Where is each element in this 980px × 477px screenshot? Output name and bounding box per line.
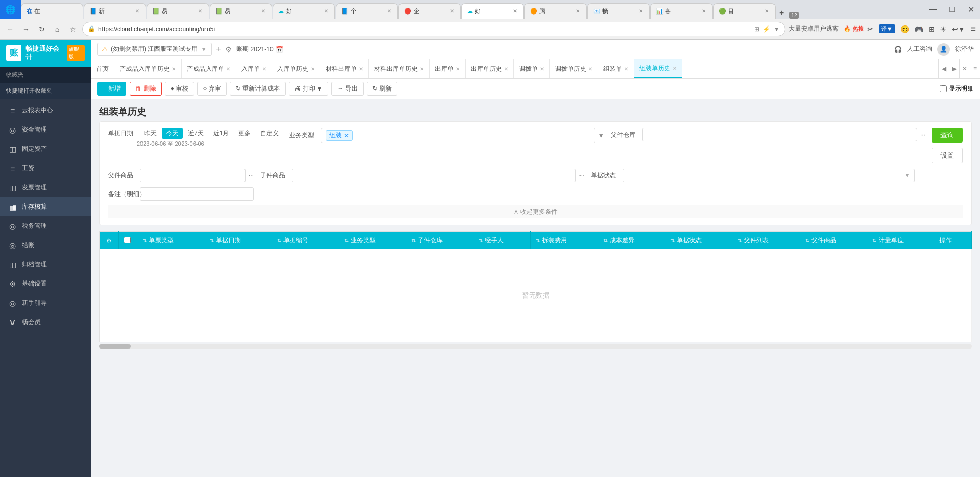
child-goods-more[interactable]: ··· xyxy=(579,172,584,179)
username[interactable]: 徐泽华 xyxy=(955,45,974,54)
tab-11[interactable]: 🟢 目 ✕ xyxy=(713,3,776,19)
col-unit[interactable]: ⇅计量单位 xyxy=(867,232,934,250)
tab-close-3[interactable]: ✕ xyxy=(260,8,266,15)
parent-warehouse-input[interactable] xyxy=(642,128,917,141)
audit-button[interactable]: ● 审核 xyxy=(165,82,195,96)
business-type-input[interactable]: 组装 ✕ xyxy=(321,128,595,143)
new-tab-button[interactable]: + xyxy=(776,7,787,19)
grid-icon2[interactable]: ⊞ xyxy=(929,25,935,33)
sun-icon[interactable]: ☀ xyxy=(940,25,947,33)
scrollbar-track[interactable] xyxy=(99,344,972,349)
show-detail-checkbox[interactable] xyxy=(940,85,947,92)
tab-close-adjust[interactable]: ✕ xyxy=(540,66,544,72)
user-service-label[interactable]: 人工咨询 xyxy=(907,45,932,54)
minimize-button[interactable]: — xyxy=(924,0,943,19)
home-button[interactable]: ⌂ xyxy=(51,23,63,35)
col-type[interactable]: ⇅单票类型 xyxy=(137,232,204,250)
status-input[interactable]: ▼ xyxy=(623,169,915,182)
col-child-warehouse[interactable]: ⇅子件仓库 xyxy=(406,232,473,250)
horizontal-scrollbar[interactable] xyxy=(99,344,972,351)
tab-8[interactable]: 🟠 腾 ✕ xyxy=(524,3,587,19)
add-button[interactable]: + 新增 xyxy=(97,82,126,96)
date-option-more[interactable]: 更多 xyxy=(234,128,255,139)
lightning-icon[interactable]: ⚡ xyxy=(763,25,770,33)
company-selector[interactable]: ⚠ (勿删勿禁用) 江西服宝测试专用 ▼ xyxy=(97,43,212,56)
tab-close-10[interactable]: ✕ xyxy=(701,8,707,15)
sidebar-item-settings[interactable]: ⚙ 基础设置 xyxy=(0,274,91,293)
tab-close-5[interactable]: ✕ xyxy=(386,8,392,15)
tab-close-mat-out[interactable]: ✕ xyxy=(359,66,363,72)
parent-goods-more[interactable]: ··· xyxy=(249,172,254,179)
print-button[interactable]: 🖨 打印 ▼ xyxy=(289,82,328,96)
tab-4[interactable]: ☁ 好 ✕ xyxy=(273,3,335,19)
business-type-dropdown[interactable]: ▼ xyxy=(598,132,604,139)
child-goods-input[interactable] xyxy=(292,169,576,182)
tab-out-history[interactable]: 出库单历史 ✕ xyxy=(466,59,514,78)
tab-zaizai[interactable]: 在 在 xyxy=(21,3,83,19)
date-option-1month[interactable]: 近1月 xyxy=(209,128,234,139)
sidebar-item-cloud-report[interactable]: ≡ 云报表中心 xyxy=(0,101,91,120)
note-input[interactable] xyxy=(140,187,254,201)
tab-close-in-hist[interactable]: ✕ xyxy=(311,66,315,72)
tab-close-6[interactable]: ✕ xyxy=(449,8,455,15)
col-status[interactable]: ⇅单据状态 xyxy=(665,232,732,250)
abandon-button[interactable]: ○ 弃审 xyxy=(197,82,227,96)
set-button[interactable]: 设置 xyxy=(932,148,963,163)
tab-production-in-history[interactable]: 产成品入库单历史 ✕ xyxy=(114,59,182,78)
query-button[interactable]: 查询 xyxy=(932,128,963,143)
back-button[interactable]: ← xyxy=(4,23,17,35)
export-button[interactable]: → 导出 xyxy=(331,82,363,96)
collapse-button[interactable]: ∧ 收起更多条件 xyxy=(108,205,963,218)
undo-icon[interactable]: ↩▼ xyxy=(952,25,965,33)
sidebar-item-settlement[interactable]: ◎ 结账 xyxy=(0,236,91,255)
tab-10[interactable]: 📊 各 ✕ xyxy=(650,3,713,19)
tab-close-in-order[interactable]: ✕ xyxy=(262,66,266,72)
tab-close-4[interactable]: ✕ xyxy=(323,8,329,15)
tab-assemble-history[interactable]: 组装单历史 ✕ xyxy=(634,59,682,78)
tab-more-menu[interactable]: ≡ xyxy=(970,59,980,78)
gear-icon[interactable]: ⚙ xyxy=(225,45,232,54)
translate-icon[interactable]: 译▼ xyxy=(879,24,895,33)
tab-close-all[interactable]: ✕ xyxy=(959,59,970,78)
parent-goods-input[interactable] xyxy=(140,169,246,182)
date-option-yesterday[interactable]: 昨天 xyxy=(140,128,161,139)
dropdown-icon[interactable]: ▼ xyxy=(773,25,780,33)
tab-close-adjust-hist[interactable]: ✕ xyxy=(588,66,592,72)
tab-close-11[interactable]: ✕ xyxy=(764,8,770,15)
recalculate-button[interactable]: ↻ 重新计算成本 xyxy=(230,82,286,96)
bookmark-button[interactable]: ☆ xyxy=(67,23,79,35)
tab-scroll-right[interactable]: ▶ xyxy=(949,59,959,78)
tab-close-out-order[interactable]: ✕ xyxy=(456,66,460,72)
tab-production-in[interactable]: 产成品入库单 ✕ xyxy=(182,59,236,78)
date-option-7days[interactable]: 近7天 xyxy=(184,128,208,139)
reload-button[interactable]: ↻ xyxy=(35,23,48,35)
col-date[interactable]: ⇅单据日期 xyxy=(204,232,272,250)
sidebar-item-tax[interactable]: ◎ 税务管理 xyxy=(0,216,91,236)
sidebar-item-inventory[interactable]: ▦ 库存核算 xyxy=(0,197,91,216)
sidebar-item-fund[interactable]: ◎ 资金管理 xyxy=(0,120,91,139)
col-disassemble-fee[interactable]: ⇅拆装费用 xyxy=(531,232,598,250)
tab-close-9[interactable]: ✕ xyxy=(638,8,644,15)
tab-2[interactable]: 📗 易 ✕ xyxy=(147,3,209,19)
emoji-icon[interactable]: 😊 xyxy=(900,25,909,33)
scrollbar-thumb[interactable] xyxy=(99,344,131,349)
col-parent-goods[interactable]: ⇅父件商品 xyxy=(800,232,867,250)
col-handler[interactable]: ⇅经手人 xyxy=(473,232,531,250)
menu-icon[interactable]: ≡ xyxy=(970,23,976,34)
maximize-button[interactable]: □ xyxy=(943,0,961,19)
tab-9[interactable]: 📧 畅 ✕ xyxy=(587,3,650,19)
col-parent-list[interactable]: ⇅父件列表 xyxy=(732,232,800,250)
tab-close-8[interactable]: ✕ xyxy=(575,8,581,15)
col-cost-diff[interactable]: ⇅成本差异 xyxy=(598,232,665,250)
business-type-tag-close[interactable]: ✕ xyxy=(344,132,349,139)
sidebar-item-archive[interactable]: ◫ 归档管理 xyxy=(0,255,91,274)
tab-close-mat-out-hist[interactable]: ✕ xyxy=(420,66,424,72)
col-number[interactable]: ⇅单据编号 xyxy=(272,232,339,250)
parent-warehouse-more[interactable]: ··· xyxy=(920,131,925,138)
calendar-icon[interactable]: 📅 xyxy=(276,46,283,53)
sidebar-item-member[interactable]: V 畅会员 xyxy=(0,313,91,332)
tab-in-order[interactable]: 入库单 ✕ xyxy=(236,59,272,78)
tab-close-7[interactable]: ✕ xyxy=(512,8,518,15)
date-option-custom[interactable]: 自定义 xyxy=(256,128,283,139)
date-option-today[interactable]: 今天 xyxy=(162,128,183,139)
